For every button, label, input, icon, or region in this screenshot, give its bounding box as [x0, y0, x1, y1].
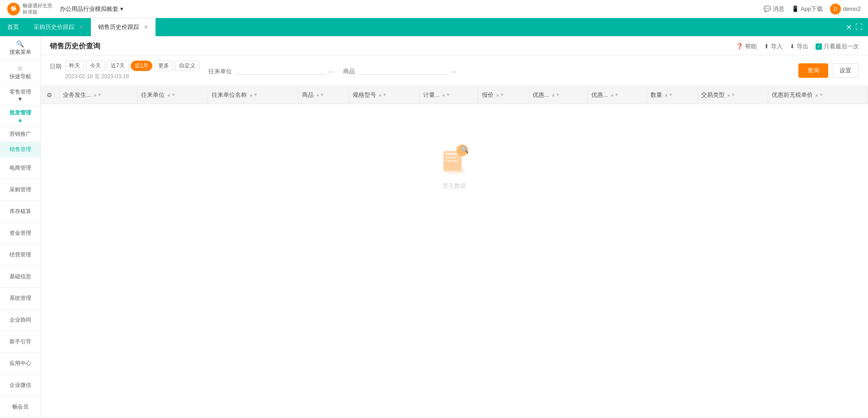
date-btn-yesterday[interactable]: 昨天	[65, 61, 84, 71]
th-pretax-price[interactable]: 优惠前无税单价 ▲▼	[768, 86, 868, 104]
table-area: ⚙ 业务发生... ▲▼ 往来单位 ▲▼	[41, 86, 868, 418]
table-header-row: ⚙ 业务发生... ▲▼ 往来单位 ▲▼	[41, 86, 868, 104]
sidebar-item-guide[interactable]: 新手引导	[0, 331, 40, 353]
th-quote[interactable]: 报价 ▲▼	[478, 86, 528, 104]
th-trade-type[interactable]: 交易类型 ▲▼	[697, 86, 768, 104]
tab-home[interactable]: 首页	[0, 18, 26, 36]
maximize-icon[interactable]: ⛶	[855, 23, 863, 31]
sidebar-item-finance[interactable]: 资金管理	[0, 223, 40, 244]
message-button[interactable]: 💬 消息	[764, 5, 784, 13]
home-tab-label: 首页	[7, 23, 19, 31]
sidebar: 🔍 搜索菜单 ☆ 快捷导航 零售管理 ▼ 批发管理 ▲ 营销推广 销售管理 电商…	[0, 36, 41, 418]
app-download-button[interactable]: 📱 App下载	[792, 5, 823, 13]
date-btn-today[interactable]: 今天	[86, 61, 105, 71]
partner-input-wrap: ...	[236, 66, 334, 75]
app-selector[interactable]: 办公用品行业模拟账套 ▾	[56, 3, 127, 15]
th-quantity[interactable]: 数量 ▲▼	[646, 86, 697, 104]
date-btn-custom[interactable]: 自定义	[175, 61, 199, 71]
sidebar-item-quick-nav[interactable]: ☆ 快捷导航	[0, 61, 40, 85]
sidebar-sub-item-marketing[interactable]: 营销推广	[0, 127, 40, 142]
sort-icon: ▲▼	[441, 93, 450, 97]
th-partner-name[interactable]: 往来单位名称 ▲▼	[208, 86, 298, 104]
purchase-tab-close[interactable]: ✕	[79, 24, 84, 30]
th-spec[interactable]: 规格型号 ▲▼	[349, 86, 419, 104]
empty-state: 🔍 暂无数据	[41, 104, 868, 226]
date-range-text: 2023-02-18 至 2023-03-18	[65, 73, 199, 81]
page-actions: ❓ 帮助 ⬆ 导入 ⬇ 导出 ✓ 只看最后一次	[736, 43, 859, 51]
sidebar-item-system[interactable]: 系统管理	[0, 288, 40, 309]
sort-icon: ▲▼	[166, 93, 175, 97]
date-filters: 昨天 今天 近7天 近1月 更多 自定义 2023-02-18 至 2023-0…	[65, 61, 199, 81]
sort-icon: ▲▼	[551, 93, 560, 97]
settings-button[interactable]: 设置	[832, 63, 859, 78]
sort-icon: ▲▼	[610, 93, 619, 97]
partner-filter-group: 往来单位 ...	[208, 66, 334, 76]
chevron-down-icon: ▾	[120, 5, 123, 12]
sidebar-item-search[interactable]: 🔍 搜索菜单	[0, 36, 40, 61]
help-button[interactable]: ❓ 帮助	[736, 43, 757, 51]
sidebar-item-purchase[interactable]: 采购管理	[0, 179, 40, 201]
date-btn-more[interactable]: 更多	[154, 61, 173, 71]
th-product[interactable]: 商品 ▲▼	[298, 86, 349, 104]
svg-text:🔍: 🔍	[461, 146, 469, 154]
purchase-tab-label: 采购历史价跟踪	[33, 23, 75, 31]
data-table: ⚙ 业务发生... ▲▼ 往来单位 ▲▼	[41, 86, 868, 104]
message-icon: 💬	[764, 5, 771, 12]
query-button[interactable]: 查询	[798, 63, 828, 78]
empty-text: 暂无数据	[443, 182, 466, 190]
download-icon: 📱	[792, 5, 799, 12]
partner-input[interactable]	[236, 66, 326, 75]
product-filter-label: 商品	[343, 66, 355, 76]
th-partner-code[interactable]: 往来单位 ▲▼	[137, 86, 208, 104]
logo-area: 畅 畅捷通好生意 标准版	[7, 3, 52, 15]
avatar: D	[830, 4, 841, 14]
date-btn-7days[interactable]: 近7天	[107, 61, 129, 71]
sidebar-item-wechat[interactable]: 企业微信	[0, 375, 40, 396]
th-settings[interactable]: ⚙	[41, 86, 59, 104]
user-area[interactable]: D demo2	[830, 4, 861, 14]
filter-area: 日期 昨天 今天 近7天 近1月 更多 自定义 2023-02-18 至 202…	[41, 55, 868, 86]
tab-sales-history[interactable]: 销售历史价跟踪 ✕	[91, 18, 156, 36]
help-icon: ❓	[736, 43, 743, 50]
import-button[interactable]: ⬆ 导入	[764, 43, 783, 51]
gear-icon[interactable]: ⚙	[47, 91, 52, 99]
sidebar-item-inventory[interactable]: 库存核算	[0, 201, 40, 223]
sidebar-item-retail[interactable]: 零售管理 ▼	[0, 85, 40, 106]
th-discount2[interactable]: 优惠... ▲▼	[588, 86, 646, 104]
th-biz-date[interactable]: 业务发生... ▲▼	[59, 86, 137, 104]
content-area: 销售历史价查询 ❓ 帮助 ⬆ 导入 ⬇ 导出 ✓ 只看最后一次	[41, 36, 868, 418]
svg-rect-4	[445, 160, 458, 162]
product-input[interactable]	[359, 66, 449, 75]
th-discount1[interactable]: 优惠... ▲▼	[529, 86, 588, 104]
sidebar-sub-item-sales-manage[interactable]: 销售管理	[0, 142, 40, 157]
export-icon: ⬇	[790, 43, 795, 50]
sidebar-item-wholesale[interactable]: 批发管理 ▲	[0, 106, 40, 127]
sort-icon: ▲▼	[726, 93, 736, 97]
product-dots-button[interactable]: ...	[451, 66, 457, 74]
date-filter-group: 日期 昨天 今天 近7天 近1月 更多 自定义 2023-02-18 至 202…	[50, 61, 199, 81]
sidebar-item-member[interactable]: 畅会员	[0, 396, 40, 418]
only-last-checkbox-label[interactable]: ✓ 只看最后一次	[816, 43, 859, 51]
star-icon: ☆	[17, 65, 23, 72]
sales-tab-label: 销售历史价跟踪	[98, 23, 139, 31]
date-btn-1month[interactable]: 近1月	[131, 61, 153, 71]
partner-dots-button[interactable]: ...	[328, 66, 334, 74]
sales-tab-close[interactable]: ✕	[144, 24, 148, 30]
export-button[interactable]: ⬇ 导出	[790, 43, 808, 51]
product-filter-group: 商品 ...	[343, 66, 457, 76]
filter-actions: 查询 设置	[798, 63, 859, 78]
tab-purchase-history[interactable]: 采购历史价跟踪 ✕	[26, 18, 91, 36]
date-buttons: 昨天 今天 近7天 近1月 更多 自定义	[65, 61, 199, 71]
logo-icon: 畅	[7, 3, 20, 15]
top-bar-left: 畅 畅捷通好生意 标准版 办公用品行业模拟账套 ▾	[7, 3, 127, 15]
empty-illustration: 🔍	[436, 140, 472, 176]
sidebar-item-operations[interactable]: 经营管理	[0, 244, 40, 266]
sort-icon: ▲▼	[664, 93, 673, 97]
th-unit[interactable]: 计量... ▲▼	[419, 86, 478, 104]
close-all-icon[interactable]: ✕	[846, 23, 852, 32]
sidebar-item-basics[interactable]: 基础信息	[0, 266, 40, 288]
sidebar-item-enterprise[interactable]: 企业协同	[0, 309, 40, 331]
sidebar-item-ecom[interactable]: 电商管理	[0, 157, 40, 179]
main-layout: 🔍 搜索菜单 ☆ 快捷导航 零售管理 ▼ 批发管理 ▲ 营销推广 销售管理 电商…	[0, 36, 868, 418]
sidebar-item-app-center[interactable]: 应用中心	[0, 353, 40, 375]
